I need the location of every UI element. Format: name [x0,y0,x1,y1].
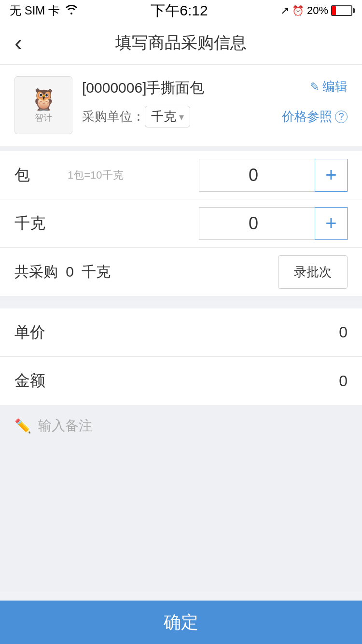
amount-value: 0 [339,372,348,390]
bottom-spacer [0,447,362,591]
battery-icon [331,5,352,16]
battery-percent: 20% [307,4,328,17]
product-owl-icon: 🦉 [30,87,57,112]
price-info-section: 单价 0 金额 0 [0,308,362,405]
unit-label: 采购单位： [82,108,145,125]
price-ref-button[interactable]: 价格参照 ? [282,108,348,125]
chevron-down-icon: ▾ [179,111,184,123]
amount-label: 金额 [14,370,63,392]
confirm-button[interactable]: 确定 [0,601,362,644]
sim-text: 无 SIM 卡 [10,3,60,18]
unit-selector[interactable]: 千克 ▾ [145,106,190,127]
unit-price-row: 单价 0 [0,308,362,357]
back-button[interactable]: ‹ [14,29,43,56]
unit-value: 千克 [151,108,176,125]
kg-input-row: 千克 + [0,199,362,248]
edit-icon: ✎ [310,80,320,94]
amount-row: 金额 0 [0,357,362,405]
nav-bar: ‹ 填写商品采购信息 [0,21,362,65]
product-card: 🦉 智计 [0000006]手撕面包 采购单位： 千克 ▾ 价格参照 ? [0,65,362,146]
bag-input-controls: + [199,159,348,192]
alarm-icon: ⏰ [292,5,304,16]
kg-quantity-input[interactable] [199,207,315,240]
product-info: [0000006]手撕面包 采购单位： 千克 ▾ 价格参照 ? [82,76,348,127]
status-left: 无 SIM 卡 [10,3,78,18]
pencil-icon: ✏️ [14,418,31,434]
status-time: 下午6:12 [151,1,208,21]
summary-label: 共采购 0 千克 [14,262,111,282]
product-name: [0000006]手撕面包 [82,78,348,98]
bag-input-row: 包 1包=10千克 + [0,151,362,199]
price-ref-label: 价格参照 [282,108,332,125]
product-image: 🦉 智计 [14,76,72,134]
kg-input-controls: + [199,207,348,240]
wifi-icon [65,4,78,17]
bag-plus-button[interactable]: + [315,159,348,192]
edit-button[interactable]: ✎ 编辑 [310,78,348,95]
bag-label: 包 [14,165,63,186]
remark-section[interactable]: ✏️ 输入备注 [0,405,362,447]
remark-placeholder: 输入备注 [38,417,92,435]
bag-sublabel: 1包=10千克 [68,168,124,182]
price-ref-help-icon: ? [335,111,348,123]
kg-plus-button[interactable]: + [315,207,348,240]
kg-label: 千克 [14,213,63,234]
bag-quantity-input[interactable] [199,159,315,192]
edit-label: 编辑 [322,78,348,95]
product-image-label: 智计 [35,112,52,124]
page-title: 填写商品采购信息 [115,32,247,54]
status-bar: 无 SIM 卡 下午6:12 ↗ ⏰ 20% [0,0,362,21]
status-right: ↗ ⏰ 20% [280,4,352,17]
summary-value: 0 [66,264,74,280]
summary-row: 共采购 0 千克 录批次 [0,248,362,296]
summary-unit: 千克 [82,264,111,280]
location-icon: ↗ [280,4,289,17]
input-section: 包 1包=10千克 + 千克 + [0,151,362,248]
unit-price-value: 0 [339,323,348,341]
unit-price-label: 单价 [14,322,63,343]
batch-button[interactable]: 录批次 [278,255,348,289]
